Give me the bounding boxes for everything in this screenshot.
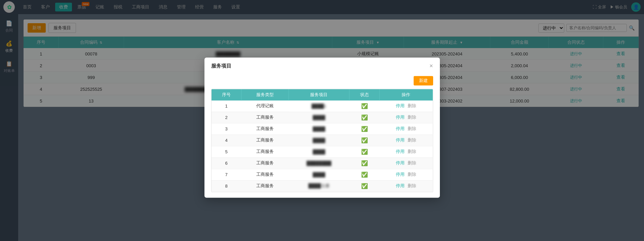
modal-cell-status: ✅ <box>349 101 380 112</box>
stop-btn[interactable]: 停用 <box>396 160 405 165</box>
modal-cell-status: ✅ <box>349 123 380 134</box>
modal-col-item: 服务项目 <box>289 89 349 101</box>
modal-cell-type: 代理记账 <box>241 101 289 112</box>
modal-close-button[interactable]: × <box>429 63 433 69</box>
modal-cell-item: ████ <box>289 146 349 157</box>
modal-cell-status: ✅ <box>349 112 380 123</box>
delete-btn[interactable]: 删除 <box>408 126 416 131</box>
modal-cell-status: ✅ <box>349 180 380 192</box>
modal-header: 服务项目 × <box>204 57 440 72</box>
modal-cell-action[interactable]: 停用 删除 <box>380 169 432 180</box>
modal-toolbar: 新建 <box>211 76 433 85</box>
modal-cell-seq: 2 <box>212 112 241 123</box>
delete-btn[interactable]: 删除 <box>408 172 416 177</box>
modal-cell-seq: 7 <box>212 169 241 180</box>
modal-cell-status: ✅ <box>349 146 380 157</box>
modal-cell-status: ✅ <box>349 169 380 180</box>
modal-table-wrap[interactable]: 序号 服务类型 服务项目 状态 操作 1 代理记账 ████1 ✅ 停用 删除 … <box>211 89 433 192</box>
modal-table-row: 2 工商服务 ████ ✅ 停用 删除 <box>212 112 433 123</box>
modal-cell-item: ████1 <box>289 101 349 112</box>
modal-cell-action[interactable]: 停用 删除 <box>380 146 432 157</box>
stop-btn[interactable]: 停用 <box>396 126 405 131</box>
delete-btn[interactable]: 删除 <box>408 183 416 188</box>
modal-cell-seq: 5 <box>212 146 241 157</box>
modal-cell-seq: 1 <box>212 101 241 112</box>
modal-cell-item: ████ <box>289 134 349 146</box>
modal-cell-item: ████ <box>289 123 349 134</box>
modal-cell-action[interactable]: 停用 删除 <box>380 101 432 112</box>
modal-table-row: 4 工商服务 ████ ✅ 停用 删除 <box>212 134 433 146</box>
delete-btn[interactable]: 删除 <box>408 103 416 108</box>
modal-title: 服务项目 <box>211 63 231 69</box>
modal-cell-type: 工商服务 <box>241 146 289 157</box>
modal-cell-status: ✅ <box>349 134 380 146</box>
modal-cell-seq: 8 <box>212 180 241 192</box>
stop-btn[interactable]: 停用 <box>396 183 405 188</box>
modal-cell-seq: 6 <box>212 157 241 169</box>
modal-table-row: 5 工商服务 ████ ✅ 停用 删除 <box>212 146 433 157</box>
modal-cell-item: ████注册 <box>289 180 349 192</box>
modal-cell-type: 工商服务 <box>241 123 289 134</box>
stop-btn[interactable]: 停用 <box>396 172 405 177</box>
modal-cell-type: 工商服务 <box>241 169 289 180</box>
modal-cell-type: 工商服务 <box>241 180 289 192</box>
modal-table-row: 7 工商服务 ████ ✅ 停用 删除 <box>212 169 433 180</box>
modal-cell-action[interactable]: 停用 删除 <box>380 112 432 123</box>
modal-cell-item: ████████ <box>289 157 349 169</box>
modal-table-row: 1 代理记账 ████1 ✅ 停用 删除 <box>212 101 433 112</box>
modal-col-seq: 序号 <box>212 89 241 101</box>
modal-table-row: 6 工商服务 ████████ ✅ 停用 删除 <box>212 157 433 169</box>
modal-cell-type: 工商服务 <box>241 112 289 123</box>
modal-col-type: 服务类型 <box>241 89 289 101</box>
stop-btn[interactable]: 停用 <box>396 103 405 108</box>
delete-btn[interactable]: 删除 <box>408 160 416 165</box>
modal-table-row: 8 工商服务 ████注册 ✅ 停用 删除 <box>212 180 433 192</box>
modal-table-row: 3 工商服务 ████ ✅ 停用 删除 <box>212 123 433 134</box>
modal-cell-item: ████ <box>289 112 349 123</box>
stop-btn[interactable]: 停用 <box>396 115 405 120</box>
modal-body: 新建 序号 服务类型 服务项目 状态 操作 1 代理记账 ████1 ✅ <box>204 72 440 198</box>
modal-cell-action[interactable]: 停用 删除 <box>380 134 432 146</box>
modal-cell-item: ████ <box>289 169 349 180</box>
modal-cell-seq: 4 <box>212 134 241 146</box>
modal-col-action: 操作 <box>380 89 432 101</box>
stop-btn[interactable]: 停用 <box>396 149 405 154</box>
service-items-table: 序号 服务类型 服务项目 状态 操作 1 代理记账 ████1 ✅ 停用 删除 … <box>212 89 433 192</box>
modal-cell-action[interactable]: 停用 删除 <box>380 180 432 192</box>
delete-btn[interactable]: 删除 <box>408 115 416 120</box>
delete-btn[interactable]: 删除 <box>408 149 416 154</box>
stop-btn[interactable]: 停用 <box>396 137 405 143</box>
modal-cell-action[interactable]: 停用 删除 <box>380 157 432 169</box>
service-modal: 服务项目 × 新建 序号 服务类型 服务项目 状态 操作 1 代 <box>204 57 440 198</box>
modal-cell-action[interactable]: 停用 删除 <box>380 123 432 134</box>
modal-cell-type: 工商服务 <box>241 157 289 169</box>
modal-new-button[interactable]: 新建 <box>414 76 433 85</box>
modal-col-status: 状态 <box>349 89 380 101</box>
delete-btn[interactable]: 删除 <box>408 137 416 143</box>
modal-cell-status: ✅ <box>349 157 380 169</box>
modal-cell-type: 工商服务 <box>241 134 289 146</box>
modal-cell-seq: 3 <box>212 123 241 134</box>
